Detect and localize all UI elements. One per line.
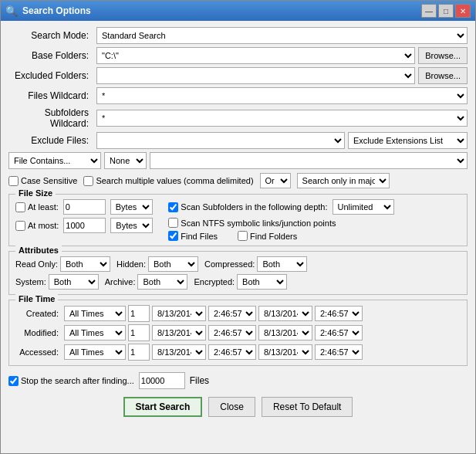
read-only-select[interactable]: BothYesNo xyxy=(60,256,110,272)
accessed-num[interactable] xyxy=(128,344,150,361)
encrypted-select[interactable]: BothYesNo xyxy=(237,274,287,290)
exclude-files-row: Exclude Files: Exclude Extensions List xyxy=(8,132,468,149)
stop-value-input[interactable] xyxy=(139,372,185,389)
search-multiple-label[interactable]: Search multiple values (comma delimited) xyxy=(83,176,253,186)
reset-to-default-button[interactable]: Reset To Default xyxy=(262,397,353,417)
file-size-title: File Size xyxy=(15,188,56,198)
hidden-select[interactable]: BothYesNo xyxy=(148,256,198,272)
exclude-ext-select[interactable]: Exclude Extensions List xyxy=(348,132,468,149)
attributes-row1: Read Only: BothYesNo Hidden: BothYesNo C… xyxy=(15,256,461,272)
search-mode-label: Search Mode: xyxy=(8,30,93,41)
attributes-section: Attributes Read Only: BothYesNo Hidden: … xyxy=(8,251,468,295)
file-contains-select[interactable]: File Contains... File Does Not Contain xyxy=(8,152,101,169)
at-least-input[interactable] xyxy=(63,199,106,215)
scan-ntfs-checkbox[interactable] xyxy=(168,218,178,228)
footer-row: Stop the search after finding... Files xyxy=(8,372,468,389)
created-time1-select[interactable]: 2:46:57 P xyxy=(208,306,256,321)
find-folders-label[interactable]: Find Folders xyxy=(238,231,297,241)
file-size-section: File Size At least: BytesKBMBGB xyxy=(8,194,468,246)
contains-value-select[interactable] xyxy=(150,152,468,169)
base-folders-row: Base Folders: "C:\" Browse... xyxy=(8,47,468,64)
excluded-folders-row: Excluded Folders: Browse... xyxy=(8,67,468,84)
subfolders-wildcard-select[interactable]: * xyxy=(96,110,468,127)
system-select[interactable]: BothYesNo xyxy=(49,274,99,290)
case-sensitive-checkbox[interactable] xyxy=(8,176,19,186)
at-most-label[interactable]: At most: xyxy=(15,221,59,231)
at-least-unit-select[interactable]: BytesKBMBGB xyxy=(110,199,153,215)
base-folders-select[interactable]: "C:\" xyxy=(96,47,415,64)
modified-time1-select[interactable]: 2:46:57 P xyxy=(208,325,256,340)
search-only-select[interactable]: Search only in major stre... xyxy=(297,173,390,188)
accessed-date1-select[interactable]: 8/13/2014 xyxy=(152,344,206,360)
read-only-item: Read Only: BothYesNo xyxy=(15,256,110,272)
scan-subfolders-checkbox[interactable] xyxy=(168,202,178,212)
created-date1-select[interactable]: 8/13/2014 xyxy=(152,306,206,321)
accessed-time2-select[interactable]: 2:46:57 P xyxy=(315,344,363,360)
file-size-left: At least: BytesKBMBGB At most: xyxy=(15,199,153,233)
scan-ntfs-label[interactable]: Scan NTFS symbolic links/junction points xyxy=(168,218,336,228)
button-row: Start Search Close Reset To Default xyxy=(8,397,468,417)
at-least-label[interactable]: At least: xyxy=(15,202,59,212)
stop-checkbox[interactable] xyxy=(8,376,19,386)
at-most-checkbox[interactable] xyxy=(15,221,25,231)
case-sensitive-row: Case Sensitive Search multiple values (c… xyxy=(8,172,468,189)
at-least-row: At least: BytesKBMBGB xyxy=(15,199,153,215)
search-mode-select[interactable]: Standard Search RegEx Search Hex Search xyxy=(96,27,468,44)
maximize-button[interactable]: □ xyxy=(438,4,454,18)
exclude-files-label: Exclude Files: xyxy=(8,135,93,146)
close-button[interactable]: Close xyxy=(208,397,255,417)
file-time-title: File Time xyxy=(15,294,58,303)
accessed-time-select[interactable]: All TimesAfterBeforeBetween xyxy=(64,344,126,360)
created-date2-select[interactable]: 8/13/2014 xyxy=(258,306,312,321)
modified-date2-select[interactable]: 8/13/2014 xyxy=(258,325,312,340)
excluded-folders-browse-button[interactable]: Browse... xyxy=(418,67,468,84)
at-most-unit-select[interactable]: BytesKBMBGB xyxy=(110,218,153,233)
accessed-row: Accessed: All TimesAfterBeforeBetween 8/… xyxy=(15,344,461,361)
modified-date1-select[interactable]: 8/13/2014 xyxy=(152,325,206,340)
excluded-folders-select[interactable] xyxy=(96,67,415,84)
find-folders-checkbox[interactable] xyxy=(238,231,248,241)
titlebar-left: 🔍 Search Options xyxy=(5,5,91,17)
at-most-input[interactable] xyxy=(63,218,106,233)
minimize-button[interactable]: — xyxy=(421,4,437,18)
exclude-files-select[interactable] xyxy=(96,132,345,149)
or-select[interactable]: Or And xyxy=(260,173,291,188)
find-files-label[interactable]: Find Files xyxy=(168,231,218,241)
created-time-select[interactable]: All TimesAfterBeforeBetween xyxy=(64,306,126,321)
modified-num[interactable] xyxy=(128,324,150,341)
start-search-button[interactable]: Start Search xyxy=(123,397,203,417)
at-least-checkbox[interactable] xyxy=(15,202,25,212)
files-wildcard-select[interactable]: * xyxy=(96,87,468,104)
find-files-checkbox[interactable] xyxy=(168,231,178,241)
base-folders-browse-button[interactable]: Browse... xyxy=(418,47,468,64)
search-multiple-checkbox[interactable] xyxy=(83,176,93,186)
files-label: Files xyxy=(190,375,209,386)
close-window-button[interactable]: ✕ xyxy=(455,4,471,18)
created-time2-select[interactable]: 2:46:57 P xyxy=(315,306,363,321)
accessed-date2-select[interactable]: 8/13/2014 xyxy=(258,344,312,360)
search-mode-row: Search Mode: Standard Search RegEx Searc… xyxy=(8,27,468,44)
file-size-content: At least: BytesKBMBGB At most: xyxy=(15,199,461,241)
base-folders-label: Base Folders: xyxy=(8,50,93,61)
titlebar-buttons: — □ ✕ xyxy=(421,4,471,18)
system-item: System: BothYesNo xyxy=(15,274,99,290)
none-select[interactable]: None Text Binary xyxy=(104,152,147,169)
archive-select[interactable]: BothYesNo xyxy=(137,274,187,290)
compressed-select[interactable]: BothYesNo xyxy=(257,256,307,272)
accessed-time1-select[interactable]: 2:46:57 P xyxy=(208,344,256,360)
created-num[interactable] xyxy=(128,305,150,322)
file-time-content: Created: All TimesAfterBeforeBetween 8/1… xyxy=(15,305,461,361)
modified-time-select[interactable]: All TimesAfterBeforeBetween xyxy=(64,325,126,340)
case-sensitive-label[interactable]: Case Sensitive xyxy=(8,176,77,186)
depth-select[interactable]: Unlimited 123 xyxy=(333,199,394,215)
scan-options: Scan Subfolders in the following depth: … xyxy=(168,199,393,241)
subfolders-wildcard-row: Subfolders Wildcard: * xyxy=(8,107,468,129)
modified-time2-select[interactable]: 2:46:57 P xyxy=(315,325,363,340)
subfolders-wildcard-label: Subfolders Wildcard: xyxy=(8,107,93,129)
files-wildcard-row: Files Wildcard: * xyxy=(8,87,468,104)
window-icon: 🔍 xyxy=(5,5,18,17)
window-title: Search Options xyxy=(22,5,91,16)
scan-subfolders-label[interactable]: Scan Subfolders in the following depth: xyxy=(168,202,327,212)
excluded-folders-label: Excluded Folders: xyxy=(8,70,93,81)
stop-label[interactable]: Stop the search after finding... xyxy=(8,376,134,386)
